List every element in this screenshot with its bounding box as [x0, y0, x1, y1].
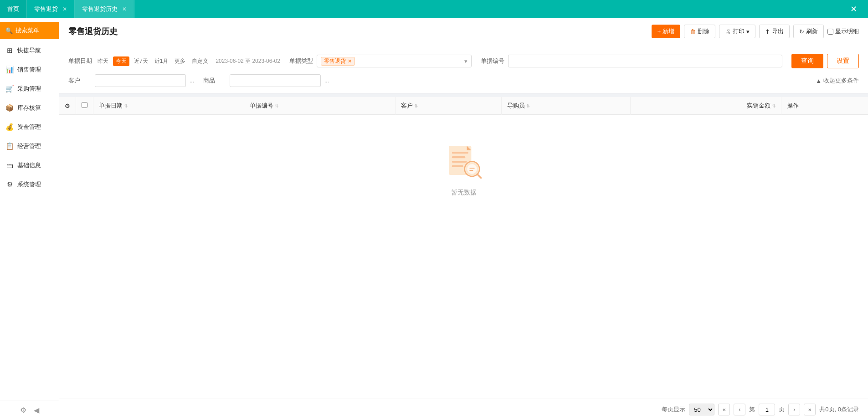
date-option-more[interactable]: 更多 — [173, 56, 187, 66]
page-size-select[interactable]: 10 20 50 100 — [689, 404, 714, 415]
date-filter: 单据日期 昨天 今天 近7天 近1月 更多 自定义 2023-06-02 至 2… — [68, 56, 280, 66]
th-date: 单据日期 ⇅ — [93, 97, 244, 115]
date-option-7days[interactable]: 近7天 — [132, 56, 150, 66]
th-amount: 实销金额 ⇅ — [630, 97, 781, 115]
sidebar-item-operations[interactable]: 📋 经营管理 — [0, 137, 59, 156]
first-page-button[interactable]: « — [718, 404, 730, 415]
next-page-button[interactable]: › — [788, 404, 800, 415]
sort-customer-icon: ⇅ — [414, 103, 418, 108]
date-option-yesterday[interactable]: 昨天 — [96, 56, 110, 66]
table-header: ⚙ 单据日期 ⇅ 单据编号 — [59, 97, 868, 115]
date-options: 昨天 今天 近7天 近1月 更多 自定义 — [96, 56, 210, 66]
type-filter-label: 单据类型 — [289, 57, 313, 65]
sidebar-item-sales-mgmt[interactable]: 📊 销售管理 — [0, 60, 59, 79]
customer-browse-icon[interactable]: ... — [190, 77, 194, 84]
empty-area: 暂无数据 — [59, 115, 868, 215]
th-action: 操作 — [781, 97, 868, 115]
th-customer: 客户 ⇅ — [395, 97, 502, 115]
setting-button[interactable]: 设置 — [827, 54, 859, 68]
order-no-input[interactable] — [508, 55, 782, 67]
page-number-input[interactable] — [759, 404, 775, 415]
date-option-today[interactable]: 今天 — [113, 56, 129, 66]
sidebar-item-system-mgmt[interactable]: ⚙ 系统管理 — [0, 175, 59, 194]
svg-line-7 — [477, 174, 481, 178]
tab-home[interactable]: 首页 — [0, 0, 27, 18]
search-menu-button[interactable]: 🔍 搜索菜单 — [0, 22, 59, 39]
chart-icon: 📊 — [5, 66, 14, 74]
sort-guide-icon: ⇅ — [526, 103, 530, 108]
export-button[interactable]: ⬆ 导出 — [759, 25, 790, 38]
settings-bottom-icon[interactable]: ⚙ — [20, 406, 26, 415]
customer-input[interactable] — [95, 74, 186, 87]
sidebar: 🔍 搜索菜单 ⊞ 快捷导航 📊 销售管理 🛒 采购管理 📦 库存核算 💰 资金管… — [0, 18, 59, 420]
page-label: 第 — [749, 405, 755, 414]
cart-icon: 🛒 — [5, 85, 14, 93]
collapse-sidebar-icon[interactable]: ◀ — [34, 406, 39, 415]
page-title: 零售退货历史 — [68, 26, 118, 37]
sidebar-item-inventory[interactable]: 📦 库存核算 — [0, 98, 59, 118]
refresh-button[interactable]: ↻ 刷新 — [793, 25, 824, 38]
type-select[interactable]: 零售退货 ✕ ▾ — [317, 55, 472, 67]
collapse-icon: ▲ — [816, 77, 822, 84]
sidebar-item-purchase-mgmt[interactable]: 🛒 采购管理 — [0, 79, 59, 98]
query-button[interactable]: 查询 — [791, 54, 823, 68]
add-button[interactable]: + 新增 — [652, 25, 680, 38]
collapse-button[interactable]: ▲ 收起更多条件 — [816, 77, 859, 85]
sort-amount[interactable]: 实销金额 ⇅ — [747, 102, 776, 110]
sort-order-no[interactable]: 单据编号 ⇅ — [250, 102, 278, 110]
sidebar-item-basic-info[interactable]: 🗃 基础信息 — [0, 156, 59, 175]
print-icon: 🖨 — [725, 28, 731, 35]
tab-retail-return-history[interactable]: 零售退货历史 ✕ — [75, 0, 134, 18]
print-button[interactable]: 🖨 打印 ▾ — [719, 25, 755, 38]
remove-type-tag[interactable]: ✕ — [348, 58, 352, 64]
total-count: 共0页, 0条记录 — [819, 405, 859, 414]
goods-label: 商品 — [203, 77, 226, 85]
sort-customer[interactable]: 客户 ⇅ — [401, 102, 418, 110]
last-page-button[interactable]: » — [804, 404, 816, 415]
svg-point-6 — [467, 164, 477, 174]
customer-label: 客户 — [68, 77, 91, 85]
goods-input[interactable] — [230, 74, 321, 87]
sidebar-item-quick-nav[interactable]: ⊞ 快捷导航 — [0, 41, 59, 60]
show-detail-input[interactable] — [827, 29, 833, 35]
goods-browse-icon[interactable]: ... — [324, 77, 329, 84]
main-layout: 🔍 搜索菜单 ⊞ 快捷导航 📊 销售管理 🛒 采购管理 📦 库存核算 💰 资金管… — [0, 18, 868, 420]
date-option-custom[interactable]: 自定义 — [190, 56, 210, 66]
top-bar-right: ✕ — [847, 4, 868, 14]
database-icon: 🗃 — [5, 161, 14, 169]
content-area: 零售退货历史 + 新增 🗑 删除 🖨 打印 ▾ ⬆ 导出 — [59, 18, 868, 420]
order-no-label: 单据编号 — [481, 57, 504, 65]
customer-filter: 客户 ... — [68, 74, 194, 87]
action-buttons: 查询 设置 — [791, 54, 859, 68]
show-detail-checkbox[interactable]: 显示明细 — [827, 27, 859, 36]
page-unit: 页 — [779, 405, 785, 414]
tab-bar: 首页 零售退货 ✕ 零售退货历史 ✕ — [0, 0, 847, 18]
toolbar: + 新增 🗑 删除 🖨 打印 ▾ ⬆ 导出 ↻ — [652, 25, 859, 38]
svg-rect-3 — [452, 161, 467, 163]
window-close-button[interactable]: ✕ — [847, 4, 861, 14]
delete-button[interactable]: 🗑 删除 — [684, 25, 715, 38]
date-option-1month[interactable]: 近1月 — [153, 56, 170, 66]
prev-page-button[interactable]: ‹ — [734, 404, 745, 415]
close-retail-return-history-tab[interactable]: ✕ — [122, 6, 127, 12]
clipboard-icon: 📋 — [5, 142, 14, 150]
column-settings-icon[interactable]: ⚙ — [65, 102, 70, 109]
page-size-label: 每页显示 — [662, 405, 685, 414]
sidebar-item-finance[interactable]: 💰 资金管理 — [0, 118, 59, 137]
export-icon: ⬆ — [765, 28, 770, 35]
sort-guide[interactable]: 导购员 ⇅ — [507, 102, 530, 110]
box-icon: 📦 — [5, 104, 14, 112]
select-all-checkbox[interactable] — [82, 102, 87, 108]
settings-icon: ⚙ — [5, 180, 14, 189]
delete-icon: 🗑 — [690, 28, 696, 35]
date-range-display: 2023-06-02 至 2023-06-02 — [216, 57, 280, 65]
th-order-no: 单据编号 ⇅ — [244, 97, 395, 115]
sort-amount-icon: ⇅ — [772, 103, 776, 108]
tab-retail-return[interactable]: 零售退货 ✕ — [27, 0, 75, 18]
svg-rect-1 — [452, 152, 468, 154]
filter-row-1: 单据日期 昨天 今天 近7天 近1月 更多 自定义 2023-06-02 至 2… — [68, 54, 859, 68]
top-bar: 首页 零售退货 ✕ 零售退货历史 ✕ ✕ — [0, 0, 868, 18]
sort-date[interactable]: 单据日期 ⇅ — [99, 102, 128, 110]
close-retail-return-tab[interactable]: ✕ — [62, 6, 67, 12]
sort-date-icon: ⇅ — [124, 103, 128, 108]
